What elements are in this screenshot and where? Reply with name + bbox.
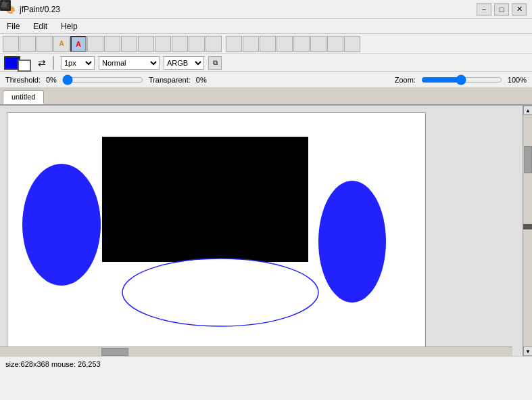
swap-colors-button[interactable]: ⇄ [38,58,46,68]
separator1 [222,36,225,52]
scroll-corner-marker [523,224,532,229]
tool-text2[interactable]: AA A [293,36,310,52]
threshold-value: 0% [46,76,57,84]
svg-point-50 [122,259,318,326]
h-scroll-thumb[interactable] [101,348,128,356]
threshold-label: Threshold: [5,76,41,84]
brush-size-select[interactable]: 1px2px3px5px [61,56,95,70]
maximize-button[interactable]: □ [494,3,509,16]
svg-point-49 [318,181,386,303]
secondary-color-swatch[interactable] [18,60,31,72]
titlebar: 🎨 jfPaint/0.23 − □ ✕ [0,0,532,19]
drawing-canvas[interactable] [7,112,426,353]
menu-help[interactable]: Help [57,20,82,32]
close-button[interactable]: ✕ [512,3,527,16]
transparent-label: Transparent: [149,76,191,84]
status-text: size:628x368 mouse: 26,253 [5,360,101,368]
tool-noise[interactable] [327,36,343,52]
zoom-slider[interactable] [421,75,502,85]
blend-mode-select[interactable]: NormalMultiplyScreen [99,56,160,70]
tabbar: untitled [0,88,532,106]
copy-color-button[interactable]: ⧉ [208,56,222,70]
fill-icon: A [59,40,64,47]
canvas-wrapper[interactable] [0,106,523,356]
separator-opt [53,56,54,70]
tool-eraser[interactable] [37,36,53,52]
optionsbar: ⇄ 1px2px3px5px NormalMultiplyScreen ARGB… [0,54,532,72]
scroll-top-btn[interactable]: ▲ [523,106,532,115]
zoom-label: Zoom: [395,76,416,84]
tab-label: untitled [11,93,35,101]
tool-resize[interactable] [276,36,293,52]
threshold-slider[interactable] [62,75,143,85]
minimize-button[interactable]: − [477,3,491,16]
tool-ellipse[interactable] [138,36,154,52]
titlebar-title: jfPaint/0.23 [20,5,60,14]
tool-fill-dark[interactable] [344,36,360,52]
svg-point-48 [22,164,101,286]
menu-edit[interactable]: Edit [29,20,51,32]
svg-marker-46 [1,1,7,7]
scroll-bot-btn[interactable]: ▼ [523,347,532,356]
tool-rounded-rect[interactable] [155,36,171,52]
titlebar-left: 🎨 jfPaint/0.23 [5,5,60,14]
tool-select-freeform[interactable] [20,36,36,52]
menu-file[interactable]: File [3,20,24,32]
statusbar: size:628x368 mouse: 26,253 [0,356,532,371]
menubar: File Edit Help [0,19,532,34]
tool-curve[interactable] [87,36,103,52]
v-scrollbar[interactable]: ▲ ▼ [523,106,532,356]
tool-flip[interactable] [260,36,276,52]
h-scrollbar[interactable] [0,347,512,356]
tool-color-replace[interactable]: ▶▶ [226,36,242,52]
tool-delete[interactable] [310,36,327,52]
tool-line[interactable] [104,36,120,52]
tab-untitled[interactable]: untitled [3,90,44,104]
tool-text[interactable]: A [70,36,87,52]
tool-brush[interactable] [189,36,205,52]
transparent-value: 0% [196,76,207,84]
v-scroll-thumb[interactable] [524,146,532,173]
tool-fill[interactable]: A [53,36,70,52]
tool-select-rect[interactable] [3,36,19,52]
text-icon: A [76,40,81,48]
canvas-area: ▲ ▼ [0,106,532,356]
toolbar: A A [0,34,532,54]
titlebar-controls: − □ ✕ [477,3,527,16]
color-mode-select[interactable]: ARGBRGBAlpha [164,56,204,70]
canvas-svg [7,113,427,353]
tool-pencil[interactable] [205,36,222,52]
svg-rect-47 [102,137,308,262]
thresholdbar: Threshold: 0% Transparent: 0% Zoom: 100% [0,72,532,88]
tool-rotate-cw[interactable] [243,36,259,52]
tool-spray[interactable] [172,36,188,52]
tool-rect[interactable] [121,36,137,52]
transparent-icon [0,0,8,8]
zoom-value: 100% [508,76,527,84]
